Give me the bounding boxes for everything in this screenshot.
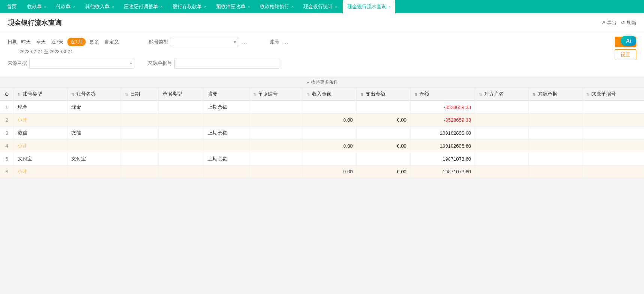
nav-close-0[interactable]: × [44, 4, 46, 9]
table-body: 1 现金 现金 上期余额 -3528659.33 2 小计 0.00 0.00 … [0, 101, 644, 178]
date-btn-today[interactable]: 今天 [35, 38, 47, 46]
account-field-dots[interactable]: ... [282, 39, 290, 45]
cell-source-doc [529, 114, 582, 127]
cell-account-name: 支付宝 [67, 152, 121, 166]
sort-icon-income: ⇅ [307, 92, 310, 96]
account-dots-button[interactable]: ... [240, 39, 248, 45]
gear-icon[interactable]: ⚙ [5, 91, 9, 97]
cell-account-name [67, 140, 121, 152]
cell-doc-no [249, 114, 303, 127]
sort-icon-date: ⇅ [125, 92, 128, 96]
cell-counterparty [475, 152, 528, 166]
cell-date [121, 166, 159, 178]
date-btn-more[interactable]: 更多 [88, 38, 101, 46]
table-row[interactable]: 2 小计 0.00 0.00 -3528659.33 [0, 114, 644, 127]
th-gear[interactable]: ⚙ [0, 88, 14, 101]
sort-icon-doc-no: ⇅ [253, 92, 256, 96]
source-doc-no-input[interactable] [174, 58, 279, 69]
th-income[interactable]: ⇅ 收入金额 [303, 88, 357, 101]
table-row[interactable]: 5 支付宝 支付宝 上期余额 19871073.60 [0, 152, 644, 166]
data-table: ⚙ ⇅ 账号类型 ⇅ 账号名称 ⇅ 日期 单据类型 摘要 [0, 88, 644, 178]
table-row[interactable]: 3 微信 微信 上期余额 100102606.60 [0, 127, 644, 140]
cell-summary: 上期余额 [204, 152, 249, 166]
source-doc-filter: 来源单据 [8, 58, 134, 69]
source-doc-label: 来源单据 [8, 60, 27, 67]
nav-tab-7[interactable]: 现金银行统计 × [299, 0, 342, 13]
cell-counterparty [475, 114, 528, 127]
cell-doc-type [159, 101, 204, 114]
th-account-name[interactable]: ⇅ 账号名称 [67, 88, 121, 101]
cell-expense: 0.00 [357, 166, 410, 178]
nav-close-6[interactable]: × [291, 4, 294, 9]
cell-account-name: 微信 [67, 127, 121, 140]
th-doc-no[interactable]: ⇅ 单据编号 [249, 88, 303, 101]
filter-fields-area: 日期 昨天 今天 近7天 近1月 更多 自定义 账号类型 [8, 37, 615, 72]
th-expense[interactable]: ⇅ 支出金额 [357, 88, 410, 101]
cell-summary: 上期余额 [204, 101, 249, 114]
cell-account-type: 支付宝 [14, 152, 67, 166]
th-source-doc-no[interactable]: ⇅ 来源单据号 [582, 88, 644, 101]
date-btn-7days[interactable]: 近7天 [50, 38, 65, 46]
cell-source-doc-no [582, 152, 644, 166]
nav-close-2[interactable]: × [112, 4, 114, 9]
cell-account-name [67, 166, 121, 178]
cell-counterparty [475, 101, 528, 114]
th-account-type[interactable]: ⇅ 账号类型 [14, 88, 67, 101]
sort-icon-account-type: ⇅ [18, 92, 21, 96]
refresh-button[interactable]: ↺ 刷新 [621, 19, 636, 26]
th-date[interactable]: ⇅ 日期 [121, 88, 159, 101]
table-row[interactable]: 6 小计 0.00 0.00 19871073.60 [0, 166, 644, 178]
account-filter: 账号 ... [270, 39, 290, 45]
nav-close-1[interactable]: × [73, 4, 75, 9]
cell-source-doc [529, 152, 582, 166]
account-type-select[interactable] [171, 37, 238, 47]
cell-row-no: 4 [0, 140, 14, 152]
sort-icon-source-doc: ⇅ [533, 92, 536, 96]
nav-close-7[interactable]: × [335, 4, 337, 9]
cell-source-doc [529, 166, 582, 178]
ai-badge[interactable]: Ai [621, 36, 636, 46]
account-type-filter: 账号类型 ... [149, 37, 248, 47]
nav-tab-8[interactable]: 现金银行流水查询 × [343, 0, 395, 13]
cell-source-doc-no [582, 140, 644, 152]
nav-tab-1[interactable]: 付款单 × [51, 0, 80, 13]
cell-account-name: 现金 [67, 101, 121, 114]
th-counterparty[interactable]: ⇅ 对方户名 [475, 88, 528, 101]
nav-tab-4[interactable]: 银行存取款单 × [168, 0, 211, 13]
collapse-label: ∧ 收起更多条件 [306, 79, 338, 85]
nav-home[interactable]: 首页 [2, 2, 22, 12]
nav-tab-5[interactable]: 预收冲应收单 × [212, 0, 254, 13]
date-btn-1month[interactable]: 近1月 [67, 38, 86, 46]
th-source-doc[interactable]: ⇅ 来源单据 [529, 88, 582, 101]
collapse-bar[interactable]: ∧ 收起更多条件 [0, 77, 644, 88]
source-doc-no-label: 来源单据号 [148, 60, 172, 67]
cell-source-doc-no [582, 114, 644, 127]
refresh-icon: ↺ [621, 20, 625, 25]
cell-row-no: 3 [0, 127, 14, 140]
nav-tab-0[interactable]: 收款单 × [23, 0, 51, 13]
cell-income [303, 127, 357, 140]
nav-close-3[interactable]: × [160, 4, 162, 9]
date-filter-field: 日期 昨天 今天 近7天 近1月 更多 自定义 [8, 38, 120, 46]
sort-icon-account-name: ⇅ [71, 92, 74, 96]
source-doc-select[interactable] [29, 58, 134, 69]
th-doc-type[interactable]: 单据类型 [159, 88, 204, 101]
nav-close-5[interactable]: × [248, 4, 250, 9]
cell-income [303, 101, 357, 114]
nav-close-4[interactable]: × [204, 4, 206, 9]
cell-income: 0.00 [303, 166, 357, 178]
export-button[interactable]: ↗ 导出 [601, 19, 617, 26]
settings-button[interactable]: 设置 [615, 49, 636, 60]
nav-tab-6[interactable]: 收款核销执行 × [255, 0, 298, 13]
date-btn-yesterday[interactable]: 昨天 [20, 38, 32, 46]
table-row[interactable]: 4 小计 0.00 0.00 100102606.60 [0, 140, 644, 152]
nav-tab-2[interactable]: 其他收入单 × [81, 0, 119, 13]
account-label: 账号 [270, 39, 279, 45]
date-btn-custom[interactable]: 自定义 [103, 38, 120, 46]
table-row[interactable]: 1 现金 现金 上期余额 -3528659.33 [0, 101, 644, 114]
th-balance[interactable]: ⇅ 余额 [410, 88, 475, 101]
th-summary[interactable]: 摘要 [204, 88, 249, 101]
nav-close-8[interactable]: × [389, 4, 391, 9]
nav-tab-3[interactable]: 应收应付调整单 × [119, 0, 167, 13]
cell-row-no: 6 [0, 166, 14, 178]
